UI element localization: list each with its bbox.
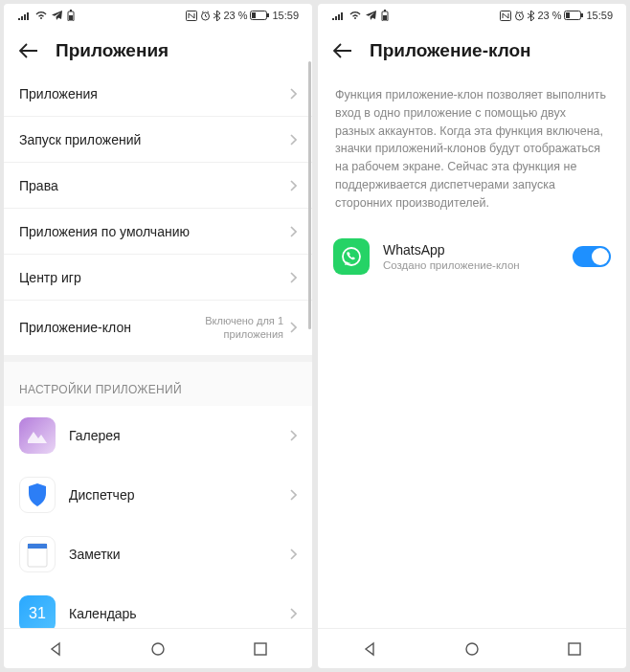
chevron-right-icon bbox=[289, 180, 297, 191]
shield-icon bbox=[19, 477, 56, 513]
list-item-label: Приложение-клон bbox=[19, 320, 131, 335]
list-item-subtext: Включено для 1 приложения bbox=[205, 314, 283, 342]
chevron-right-icon bbox=[289, 489, 297, 501]
battery-percent: 23 % bbox=[223, 10, 247, 21]
wifi-icon bbox=[34, 11, 48, 20]
nav-bar bbox=[318, 628, 626, 668]
description-text: Функция приложение-клон позволяет выполн… bbox=[318, 71, 626, 229]
nfc-icon bbox=[500, 11, 511, 21]
content-right: Функция приложение-клон позволяет выполн… bbox=[318, 71, 626, 628]
status-right: 23 % 15:59 bbox=[500, 10, 613, 21]
alarm-icon bbox=[514, 11, 525, 21]
battery-percent: 23 % bbox=[537, 10, 561, 21]
svg-rect-18 bbox=[581, 13, 583, 17]
list-item-permissions[interactable]: Права bbox=[4, 163, 312, 209]
status-time: 15:59 bbox=[586, 10, 613, 21]
toggle-subtitle: Создано приложение-клон bbox=[383, 259, 559, 271]
list-item-launch[interactable]: Запуск приложений bbox=[4, 117, 312, 163]
svg-rect-7 bbox=[252, 12, 256, 18]
page-title: Приложения bbox=[56, 40, 169, 61]
bluetooth-icon bbox=[214, 11, 220, 21]
chevron-right-icon bbox=[289, 226, 297, 237]
list-item-label: Запуск приложений bbox=[19, 132, 141, 147]
status-bar: 23 % 15:59 bbox=[318, 4, 626, 27]
scroll-indicator[interactable] bbox=[308, 61, 311, 329]
svg-rect-6 bbox=[267, 13, 269, 17]
app-label: Диспетчер bbox=[69, 487, 276, 503]
svg-rect-1 bbox=[70, 10, 72, 11]
gallery-icon bbox=[19, 417, 56, 454]
battery-icon bbox=[250, 11, 269, 20]
phone-right: 23 % 15:59 Приложение-клон Функция прило… bbox=[318, 4, 626, 668]
battery-small-icon bbox=[67, 10, 75, 21]
list-item-label: Приложения bbox=[19, 86, 98, 101]
svg-point-20 bbox=[343, 248, 360, 265]
toggle-switch[interactable] bbox=[573, 246, 611, 267]
bluetooth-icon bbox=[528, 11, 534, 21]
svg-rect-19 bbox=[566, 12, 570, 18]
toggle-row-whatsapp: WhatsApp Создано приложение-клон bbox=[318, 229, 626, 284]
chevron-right-icon bbox=[289, 272, 297, 283]
app-row-notes[interactable]: Заметки bbox=[4, 525, 312, 584]
nav-recent[interactable] bbox=[565, 639, 584, 659]
list-item-apps[interactable]: Приложения bbox=[4, 71, 312, 117]
nav-recent[interactable] bbox=[251, 639, 270, 659]
app-label: Календарь bbox=[69, 606, 276, 621]
chevron-right-icon bbox=[289, 430, 297, 441]
back-button[interactable] bbox=[19, 41, 38, 60]
list-item-default-apps[interactable]: Приложения по умолчанию bbox=[4, 209, 312, 255]
status-left bbox=[17, 10, 75, 21]
signal-icon bbox=[17, 11, 31, 20]
nfc-icon bbox=[186, 11, 197, 21]
list-item-label: Приложения по умолчанию bbox=[19, 224, 190, 239]
page-title: Приложение-клон bbox=[370, 40, 531, 61]
status-right: 23 % 15:59 bbox=[186, 10, 299, 21]
app-label: Галерея bbox=[69, 428, 276, 443]
whatsapp-icon bbox=[333, 238, 370, 275]
chevron-right-icon bbox=[289, 322, 297, 333]
alarm-icon bbox=[200, 11, 211, 21]
calendar-day: 31 bbox=[29, 605, 46, 622]
battery-small-icon bbox=[381, 10, 389, 21]
status-time: 15:59 bbox=[272, 10, 299, 21]
header: Приложения bbox=[4, 27, 312, 71]
chevron-right-icon bbox=[289, 88, 297, 100]
toggle-labels: WhatsApp Создано приложение-клон bbox=[383, 242, 559, 271]
svg-rect-22 bbox=[569, 643, 580, 655]
notes-icon bbox=[19, 536, 56, 572]
svg-rect-14 bbox=[383, 15, 387, 20]
svg-rect-2 bbox=[69, 15, 73, 20]
app-label: Заметки bbox=[69, 547, 276, 562]
app-row-dispatcher[interactable]: Диспетчер bbox=[4, 465, 312, 525]
telegram-icon bbox=[52, 11, 63, 21]
status-left bbox=[331, 10, 389, 21]
telegram-icon bbox=[366, 11, 377, 21]
signal-icon bbox=[331, 11, 345, 20]
toggle-title: WhatsApp bbox=[383, 242, 559, 258]
svg-rect-11 bbox=[255, 643, 266, 655]
list-item-app-twin[interactable]: Приложение-клон Включено для 1 приложени… bbox=[4, 301, 312, 356]
nav-home[interactable] bbox=[462, 639, 482, 659]
nav-bar bbox=[4, 628, 312, 668]
list-item-label: Права bbox=[19, 178, 58, 193]
list-item-label: Центр игр bbox=[19, 270, 81, 285]
list-item-game-center[interactable]: Центр игр bbox=[4, 255, 312, 301]
svg-rect-13 bbox=[384, 10, 386, 11]
status-bar: 23 % 15:59 bbox=[4, 4, 312, 27]
nav-back[interactable] bbox=[360, 639, 379, 659]
app-row-gallery[interactable]: Галерея bbox=[4, 406, 312, 465]
svg-point-10 bbox=[152, 643, 164, 655]
nav-home[interactable] bbox=[148, 639, 168, 659]
svg-point-21 bbox=[466, 643, 478, 655]
section-header: НАСТРОЙКИ ПРИЛОЖЕНИЙ bbox=[4, 356, 312, 406]
battery-icon bbox=[564, 11, 583, 20]
back-button[interactable] bbox=[333, 41, 352, 60]
chevron-right-icon bbox=[289, 608, 297, 619]
phone-left: 23 % 15:59 Приложения Приложения Запуск … bbox=[4, 4, 312, 668]
wifi-icon bbox=[349, 11, 362, 20]
header: Приложение-клон bbox=[318, 27, 626, 71]
content-left: Приложения Запуск приложений Права Прило… bbox=[4, 71, 312, 628]
app-row-calendar[interactable]: 31 Календарь bbox=[4, 584, 312, 628]
nav-back[interactable] bbox=[46, 639, 65, 659]
calendar-icon: 31 bbox=[19, 595, 56, 628]
